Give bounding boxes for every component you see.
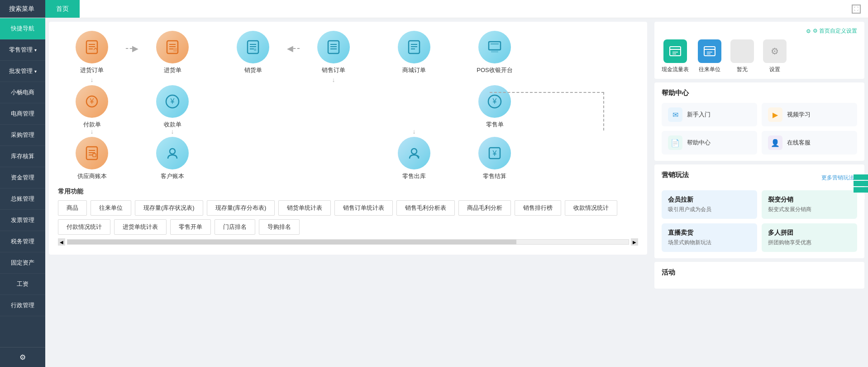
receipt-bill-node[interactable]: ¥ 收款单 (138, 85, 206, 129)
retail-warehouse-icon (398, 137, 430, 169)
search-menu-button[interactable]: 搜索菜单 (0, 0, 45, 18)
scroll-left-button[interactable]: ◀ (58, 238, 65, 246)
home-tab[interactable]: 首页 (45, 0, 80, 18)
marketing-item-member[interactable]: 会员拉新 吸引用户成为会员 (662, 190, 757, 219)
none-label: 暂无 (737, 66, 748, 73)
sidebar-item-quicknav[interactable]: 快捷导航 (0, 18, 45, 39)
func-btn-sales-stats[interactable]: 销货单统计表 (278, 200, 331, 216)
none-icon (730, 39, 754, 63)
scroll-right-button[interactable]: ▶ (631, 238, 638, 246)
sidebar-settings-button[interactable]: ⚙ (0, 347, 45, 367)
sidebar-item-purchase[interactable]: 采购管理 (0, 125, 45, 146)
main-layout: 快捷导航 零售管理 ▾ 批发管理 ▾ 小畅电商 电商管理 采购管理 库存核算 资… (0, 18, 868, 367)
supplier-account-node[interactable]: 供应商账本 (58, 137, 126, 180)
sidebar-item-ecommerce-mgmt[interactable]: 电商管理 (0, 103, 45, 125)
customer-account-node[interactable]: 客户账本 (138, 137, 206, 180)
sidebar-item-finance[interactable]: 资金管理 (0, 167, 45, 188)
customer-service-button[interactable]: 客服热线 (854, 174, 868, 180)
help-item-beginner[interactable]: ✉ 新手入门 (662, 103, 757, 126)
qa-none[interactable]: 暂无 (730, 39, 754, 73)
sidebar-item-ecommerce-small[interactable]: 小畅电商 (0, 82, 45, 103)
func-btn-store-rank[interactable]: 门店排名 (215, 219, 255, 235)
video-label: 视频学习 (787, 111, 811, 119)
qa-cashflow[interactable]: 现金流量表 (662, 39, 689, 73)
video-icon: ▶ (768, 107, 782, 122)
sidebar-label-invoice: 发票管理 (11, 216, 34, 224)
desktop-shortcut-button[interactable]: 桌面快捷 (854, 187, 868, 193)
fullscreen-button[interactable]: ⛶ (852, 5, 861, 14)
retail-checkout-label: 零售结算 (483, 172, 506, 180)
sidebar-label-quicknav: 快捷导航 (11, 24, 34, 33)
func-btn-units[interactable]: 往来单位 (91, 200, 131, 216)
scroll-thumb[interactable] (67, 240, 516, 244)
scroll-track[interactable] (67, 239, 629, 245)
main-panel: 进货订单 ▶ 进货单 (45, 18, 651, 367)
func-btn-payment-stats[interactable]: 付款情况统计 (58, 219, 110, 235)
sidebar-item-ledger[interactable]: 总账管理 (0, 188, 45, 210)
func-btn-goods[interactable]: 商品 (58, 200, 87, 216)
customer-account-icon (156, 137, 189, 169)
marketing-item-fission[interactable]: 裂变分销 裂变式发展分销商 (762, 190, 857, 219)
sidebar-item-invoice[interactable]: 发票管理 (0, 210, 45, 231)
more-marketing-link[interactable]: 更多营销玩法 › (821, 174, 857, 182)
svg-point-36 (170, 149, 175, 154)
service-label: 在线客服 (787, 139, 811, 147)
sidebar-label-fixed-assets: 固定资产 (11, 259, 34, 267)
func-btn-guide-rank[interactable]: 导购排名 (259, 219, 300, 235)
purchase-order-node[interactable]: 进货订单 (58, 31, 126, 74)
func-btn-sales-profit[interactable]: 销售毛利分析表 (396, 200, 455, 216)
sidebar-item-retail[interactable]: 零售管理 ▾ (0, 39, 45, 61)
func-btn-goods-profit[interactable]: 商品毛利分析 (458, 200, 511, 216)
retail-warehouse-node[interactable]: 零售出库 (380, 137, 448, 180)
cashflow-icon (663, 39, 687, 63)
sidebar-label-ecommerce-small: 小畅电商 (11, 88, 34, 97)
gear-icon: ⚙ (806, 28, 811, 34)
sales-order-node[interactable]: 销售订单 (300, 31, 367, 74)
sidebar-label-wholesale: 批发管理 (9, 67, 33, 75)
func-btn-purchase-stats[interactable]: 进货单统计表 (114, 219, 167, 235)
purchase-bill-label: 进货单 (164, 66, 181, 74)
sales-bill-node[interactable]: ≡ 销货单 (219, 31, 287, 74)
homepage-customize-button[interactable]: ⚙ ⚙ 首页自定义设置 (662, 27, 857, 35)
help-item-video[interactable]: ▶ 视频学习 (762, 103, 857, 126)
horizontal-scrollbar[interactable]: ◀ ▶ (58, 238, 638, 246)
sidebar-label-ledger: 总账管理 (11, 195, 34, 203)
chevron-down-icon: ▾ (34, 69, 37, 74)
qa-units[interactable]: 往来单位 (698, 39, 721, 73)
help-item-help[interactable]: 📄 帮助中心 (662, 131, 757, 155)
service-community-button[interactable]: 服务社区 (854, 181, 868, 186)
mall-order-node[interactable]: 商城订单 (380, 31, 448, 74)
service-icon: 👤 (768, 135, 782, 150)
sidebar-item-tax[interactable]: 税务管理 (0, 231, 45, 252)
marketing-item-group[interactable]: 多人拼团 拼团购物享受优惠 (762, 223, 857, 252)
sidebar-item-wholesale[interactable]: 批发管理 ▾ (0, 61, 45, 82)
help-doc-icon: 📄 (668, 135, 682, 150)
retail-checkout-node[interactable]: ¥ 零售结算 (461, 137, 529, 180)
marketing-item-live[interactable]: 直播卖货 场景式购物新玩法 (662, 223, 757, 252)
sidebar: 快捷导航 零售管理 ▾ 批发管理 ▾ 小畅电商 电商管理 采购管理 库存核算 资… (0, 18, 45, 367)
down-arrow-payment: ↓ (58, 128, 126, 135)
pos-cashier-node[interactable]: POS收银开台 (461, 31, 529, 74)
top-bar: 搜索菜单 首页 ⛶ (0, 0, 868, 18)
func-btn-receipt-stats[interactable]: 收款情况统计 (565, 200, 617, 216)
payment-bill-node[interactable]: ¥ 付款单 (58, 85, 126, 129)
func-btn-stock-dist[interactable]: 现存量(库存分布表) (207, 200, 275, 216)
purchase-bill-node[interactable]: 进货单 (138, 31, 206, 74)
sidebar-item-payroll[interactable]: 工资 (0, 274, 45, 295)
units-icon (698, 39, 721, 63)
group-desc: 拼团购物享受优惠 (768, 239, 851, 246)
sidebar-item-admin[interactable]: 行政管理 (0, 295, 45, 316)
group-title: 多人拼团 (768, 229, 851, 237)
sidebar-item-inventory[interactable]: 库存核算 (0, 146, 45, 167)
func-btn-stock-status[interactable]: 现存量(库存状况表) (135, 200, 203, 216)
sidebar-label-payroll: 工资 (17, 280, 29, 288)
member-title: 会员拉新 (668, 196, 751, 204)
sidebar-item-fixed-assets[interactable]: 固定资产 (0, 252, 45, 274)
help-item-service[interactable]: 👤 在线客服 (762, 131, 857, 155)
func-btn-sales-rank[interactable]: 销售排行榜 (515, 200, 561, 216)
func-btn-order-stats[interactable]: 销售订单统计表 (334, 200, 393, 216)
qa-settings[interactable]: ⚙ 设置 (763, 39, 787, 73)
svg-rect-42 (670, 47, 681, 56)
func-btn-retail-order[interactable]: 零售开单 (170, 219, 211, 235)
beginner-label: 新手入门 (687, 111, 711, 119)
